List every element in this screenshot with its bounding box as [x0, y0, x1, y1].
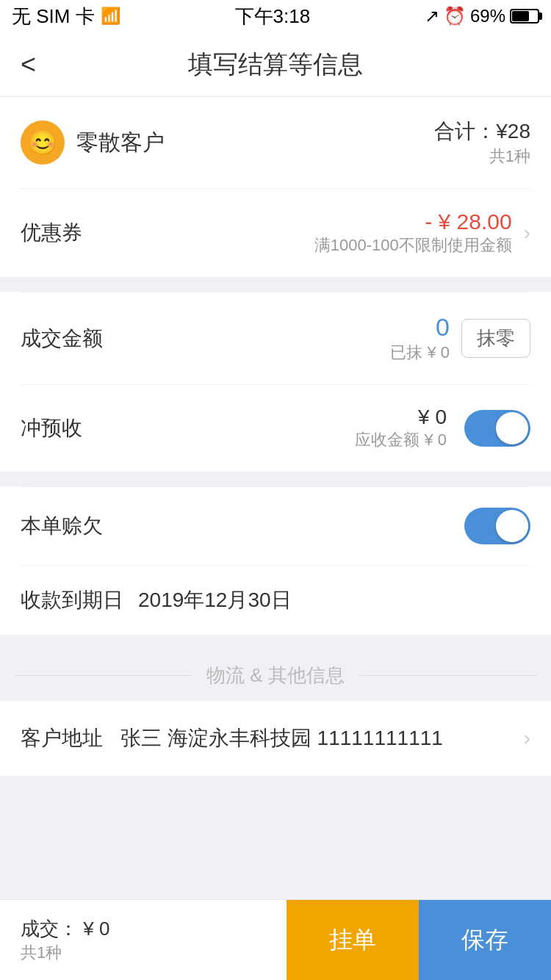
section-gap-3 [0, 635, 551, 649]
deal-amount-right: 0 已抹 ¥ 0 抹零 [390, 313, 530, 364]
section-divider-text: 物流 & 其他信息 [206, 663, 345, 688]
back-button[interactable]: < [21, 49, 36, 80]
coupon-label: 优惠券 [21, 219, 82, 247]
debt-label: 本单赊欠 [21, 512, 103, 540]
page-title: 填写结算等信息 [188, 48, 363, 82]
due-date-label: 收款到期日 [21, 586, 123, 614]
battery-icon [510, 9, 539, 24]
debt-toggle[interactable] [464, 508, 530, 544]
prepay-label: 冲预收 [21, 414, 82, 442]
footer-deal: 成交： ¥ 0 [21, 916, 266, 942]
prepay-values: ¥ 0 应收金额 ¥ 0 [355, 406, 447, 451]
toggle-knob [496, 412, 528, 444]
nav-bar: < 填写结算等信息 [0, 32, 551, 97]
due-date-row: 收款到期日 2019年12月30日 [21, 565, 530, 635]
footer-count: 共1种 [21, 942, 266, 964]
prepay-toggle[interactable] [464, 410, 530, 447]
debt-toggle-knob [496, 510, 528, 542]
footer-deal-label: 成交： [21, 918, 78, 940]
save-button[interactable]: 保存 [419, 900, 551, 981]
deal-amount-values: 0 已抹 ¥ 0 [390, 313, 450, 364]
coupon-right: - ¥ 28.00 满1000-100不限制使用金额 › [314, 209, 530, 256]
prepay-right: ¥ 0 应收金额 ¥ 0 [355, 406, 530, 451]
coupon-desc: 满1000-100不限制使用金额 [314, 234, 512, 256]
carrier-label: 无 SIM 卡 [12, 4, 95, 29]
customer-section: 😊 零散客户 合计：¥28 共1种 优惠券 - ¥ 28.00 满1000-10… [0, 97, 551, 277]
customer-name: 零散客户 [76, 128, 165, 158]
status-left: 无 SIM 卡 📶 [12, 4, 120, 29]
alarm-icon: ⏰ [444, 6, 466, 26]
address-row[interactable]: 客户地址 张三 海淀永丰科技园 11111111111 › [21, 701, 530, 776]
coupon-row[interactable]: 优惠券 - ¥ 28.00 满1000-100不限制使用金额 › [21, 188, 530, 277]
divider-line-right [359, 675, 536, 676]
deal-amount-value: 0 [390, 313, 450, 342]
coupon-amount: - ¥ 28.00 [314, 209, 512, 234]
deal-amount-row: 成交金额 0 已抹 ¥ 0 抹零 [21, 292, 530, 384]
address-value: 张三 海淀永丰科技园 11111111111 [120, 724, 524, 752]
debt-section: 本单赊欠 收款到期日 2019年12月30日 [0, 486, 551, 635]
total-info: 合计：¥28 共1种 [434, 118, 530, 167]
prepay-row: 冲预收 ¥ 0 应收金额 ¥ 0 [21, 384, 530, 472]
pending-button[interactable]: 挂单 [287, 900, 419, 981]
round-button[interactable]: 抹零 [461, 319, 530, 358]
debt-row: 本单赊欠 [21, 486, 530, 565]
customer-left: 😊 零散客户 [21, 120, 165, 165]
total-count: 共1种 [434, 145, 530, 167]
total-price: 合计：¥28 [434, 118, 530, 145]
customer-row: 😊 零散客户 合计：¥28 共1种 [21, 97, 530, 188]
prepay-sub: 应收金额 ¥ 0 [355, 429, 447, 451]
location-icon: ↗ [425, 6, 439, 26]
deal-section: 成交金额 0 已抹 ¥ 0 抹零 冲预收 ¥ 0 应收金额 ¥ 0 [0, 292, 551, 472]
footer-info: 成交： ¥ 0 共1种 [0, 916, 287, 964]
footer: 成交： ¥ 0 共1种 挂单 保存 [0, 899, 551, 980]
section-divider: 物流 & 其他信息 [0, 649, 551, 701]
address-section: 客户地址 张三 海淀永丰科技园 11111111111 › [0, 701, 551, 776]
avatar-icon: 😊 [28, 129, 57, 156]
prepay-amount: ¥ 0 [355, 406, 447, 429]
deal-amount-label: 成交金额 [21, 325, 103, 353]
chevron-right-icon: › [524, 221, 530, 245]
deal-amount-sub: 已抹 ¥ 0 [390, 342, 450, 364]
time-label: 下午3:18 [235, 4, 311, 29]
status-right: ↗ ⏰ 69% [425, 6, 539, 26]
battery-percent: 69% [470, 6, 505, 26]
due-date-value: 2019年12月30日 [138, 586, 292, 614]
footer-deal-value: ¥ 0 [83, 918, 109, 940]
wifi-icon: 📶 [101, 7, 120, 26]
address-chevron-icon: › [524, 727, 530, 750]
address-label: 客户地址 [21, 724, 103, 752]
customer-avatar: 😊 [21, 120, 65, 165]
status-bar: 无 SIM 卡 📶 下午3:18 ↗ ⏰ 69% [0, 0, 551, 32]
section-gap-2 [0, 472, 551, 486]
coupon-values: - ¥ 28.00 满1000-100不限制使用金额 [314, 209, 512, 256]
divider-line-left [15, 675, 192, 676]
section-gap-1 [0, 277, 551, 292]
battery-fill [512, 11, 529, 21]
main-content: 😊 零散客户 合计：¥28 共1种 优惠券 - ¥ 28.00 满1000-10… [0, 97, 551, 980]
